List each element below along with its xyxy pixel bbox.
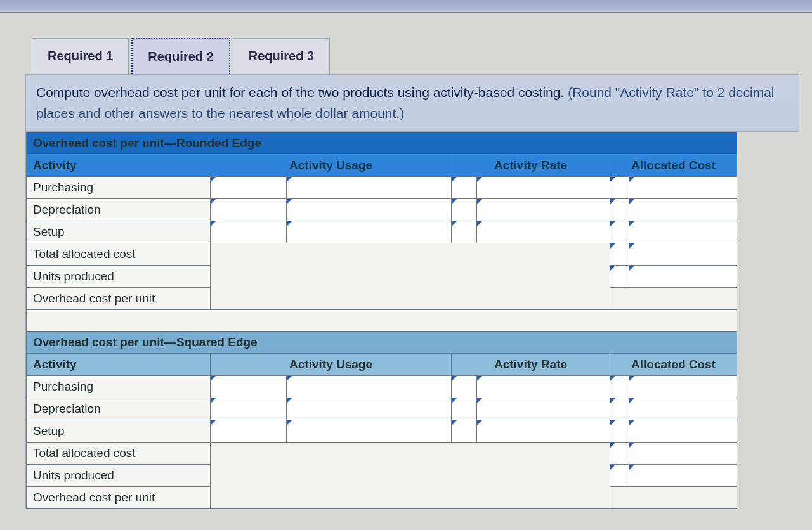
input-usage-qty[interactable] [211,199,287,221]
input-usage-qty[interactable] [211,177,287,199]
tab-bar: Required 1 Required 2 Required 3 [32,38,812,74]
input-alloc-sym[interactable] [610,243,629,266]
row-label-units-produced: Units produced [27,465,211,487]
input-rate-val[interactable] [477,420,610,443]
tab-required-2[interactable]: Required 2 [131,38,230,74]
input-usage-unit[interactable] [287,376,452,398]
input-rate-val[interactable] [477,398,610,420]
input-alloc-sym[interactable] [610,443,629,465]
tab-required-1[interactable]: Required 1 [32,38,129,74]
input-rate-sym[interactable] [452,221,477,243]
blank-region [211,243,610,310]
col-allocated-cost: Allocated Cost [610,354,737,376]
col-activity: Activity [27,155,211,177]
row-label-purchasing: Purchasing [27,177,211,199]
row-label-depreciation: Depreciation [27,398,211,420]
input-usage-qty[interactable] [211,221,287,243]
table-row: Purchasing [27,376,737,398]
row-label-overhead-per-unit: Overhead cost per unit [27,288,211,310]
tab-required-3[interactable]: Required 3 [233,38,330,74]
col-activity-rate: Activity Rate [452,354,610,376]
input-rate-sym[interactable] [452,177,477,199]
row-label-purchasing: Purchasing [27,376,211,398]
input-usage-unit[interactable] [287,221,452,243]
input-rate-sym[interactable] [452,420,477,443]
worksheet-canvas: Required 1 Required 2 Required 3 Compute… [0,13,812,509]
spacer [27,310,737,332]
input-rate-val[interactable] [477,177,610,199]
col-activity-usage: Activity Usage [211,354,452,376]
input-alloc-sym[interactable] [610,221,629,243]
row-label-units-produced: Units produced [27,266,211,288]
row-label-setup: Setup [27,420,211,443]
input-usage-qty[interactable] [211,376,287,398]
table-row: Setup [27,420,737,443]
table-row: Total allocated cost [27,443,737,465]
col-activity: Activity [27,354,211,376]
table-row: Depreciation [27,199,737,221]
answer-sheet: Overhead cost per unit—Rounded Edge Acti… [25,132,736,509]
input-alloc-sym[interactable] [610,177,629,199]
input-usage-unit[interactable] [287,420,452,443]
input-alloc-val[interactable] [629,221,737,243]
input-rate-sym[interactable] [452,376,477,398]
input-rate-val[interactable] [477,376,610,398]
input-alloc-sym[interactable] [610,420,629,443]
input-usage-unit[interactable] [287,398,452,420]
row-label-overhead-per-unit: Overhead cost per unit [27,487,211,509]
input-rate-val[interactable] [477,221,610,243]
input-alloc-val[interactable] [629,443,737,465]
row-label-depreciation: Depreciation [27,199,211,221]
input-alloc-val[interactable] [629,243,737,266]
table-row: Depreciation [27,398,737,420]
row-label-total-allocated: Total allocated cost [27,243,211,266]
input-usage-unit[interactable] [287,199,452,221]
input-alloc-val[interactable] [629,465,737,487]
input-rate-sym[interactable] [452,199,477,221]
input-alloc-val[interactable] [629,398,737,420]
cost-tables: Overhead cost per unit—Rounded Edge Acti… [26,132,737,509]
input-usage-qty[interactable] [211,420,287,443]
input-alloc-val[interactable] [629,177,737,199]
input-alloc-sym[interactable] [610,398,629,420]
blank-region [211,443,610,509]
input-alloc-sym[interactable] [610,376,629,398]
table-title-rounded-edge: Overhead cost per unit—Rounded Edge [27,132,737,155]
blank-region [610,487,737,509]
instruction-panel: Compute overhead cost per unit for each … [25,74,799,132]
row-label-setup: Setup [27,221,211,243]
table-row: Total allocated cost [27,243,737,266]
blank-region [610,288,737,310]
input-alloc-val[interactable] [629,420,737,443]
input-alloc-val[interactable] [629,376,737,398]
input-usage-unit[interactable] [287,177,452,199]
col-allocated-cost: Allocated Cost [610,155,737,177]
col-activity-rate: Activity Rate [452,155,610,177]
input-rate-sym[interactable] [452,398,477,420]
input-rate-val[interactable] [477,199,610,221]
table-row: Setup [27,221,737,243]
input-alloc-sym[interactable] [610,465,629,487]
input-usage-qty[interactable] [211,398,287,420]
instruction-prompt: Compute overhead cost per unit for each … [36,85,564,100]
table-title-squared-edge: Overhead cost per unit—Squared Edge [27,332,737,354]
input-alloc-val[interactable] [629,199,737,221]
input-alloc-sym[interactable] [610,266,629,288]
row-label-total-allocated: Total allocated cost [27,443,211,465]
table-row: Purchasing [27,177,737,199]
input-alloc-val[interactable] [629,266,737,288]
input-alloc-sym[interactable] [610,199,629,221]
col-activity-usage: Activity Usage [211,155,452,177]
window-top-bar [0,0,812,13]
